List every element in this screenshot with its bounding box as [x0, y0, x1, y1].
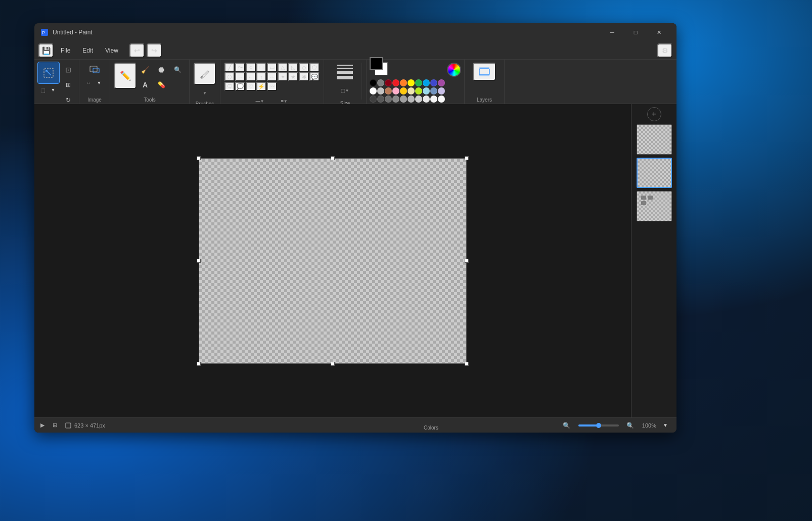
color-darkred[interactable]: [385, 79, 392, 86]
color-darkgray2[interactable]: [377, 96, 384, 103]
shape-oval-btn[interactable]: ○: [246, 63, 256, 72]
flip-v-button[interactable]: ▼: [94, 78, 104, 88]
edit-menu[interactable]: Edit: [77, 45, 98, 56]
resize-handle-mid-right[interactable]: [465, 259, 469, 263]
color-gray[interactable]: [377, 79, 384, 86]
shape-callout2-btn[interactable]: 🗨: [224, 82, 235, 91]
color-cream[interactable]: [408, 87, 415, 94]
shape-round-rect-btn[interactable]: ▭: [267, 63, 277, 72]
color-green[interactable]: [415, 79, 422, 86]
color-lavender[interactable]: [438, 87, 445, 94]
resize-tool-button[interactable]: ⊞: [61, 78, 76, 92]
eraser-tool-button[interactable]: 🧹: [138, 63, 153, 77]
color-lightgray2[interactable]: [408, 96, 415, 103]
magnify-button[interactable]: 🔍: [170, 63, 185, 77]
color-pink[interactable]: [392, 87, 399, 94]
selection-sub2-button[interactable]: ▼: [48, 85, 58, 95]
shape-diamond-btn[interactable]: ◇: [299, 63, 309, 72]
shape-line-btn[interactable]: ╱: [224, 63, 235, 72]
size-dropdown-button[interactable]: ⬚ ▼: [332, 83, 357, 98]
layer-1-thumbnail[interactable]: [637, 124, 672, 155]
shape-rect-btn[interactable]: □: [256, 63, 266, 72]
resize-handle-top-left[interactable]: [197, 156, 201, 160]
brush-tool-button[interactable]: [194, 63, 216, 85]
color-nearwhite[interactable]: [430, 96, 437, 103]
brush-dropdown-button[interactable]: ▼: [194, 86, 216, 100]
view-menu[interactable]: View: [100, 45, 123, 56]
resize-handle-mid-left[interactable]: [197, 259, 201, 263]
shape-right-arrow-btn[interactable]: →: [235, 72, 245, 81]
color-red[interactable]: [392, 79, 399, 86]
shape-heart-btn[interactable]: ♡: [246, 82, 256, 91]
color-black[interactable]: [370, 79, 377, 86]
selection-tool-button[interactable]: [37, 62, 60, 84]
layers-toggle-button[interactable]: [473, 63, 496, 81]
color-yellow[interactable]: [408, 79, 415, 86]
fit-status[interactable]: ⊞: [53, 422, 57, 429]
zoom-out-button[interactable]: 🔍 −: [559, 418, 574, 433]
color-white[interactable]: [370, 87, 377, 94]
color-midgray1[interactable]: [385, 96, 392, 103]
zoom-dropdown-button[interactable]: ▼: [660, 418, 670, 433]
color-offwhite[interactable]: [438, 96, 445, 103]
size-3-option[interactable]: [337, 71, 353, 74]
layer-2-thumbnail[interactable]: [637, 158, 672, 188]
color-pick-button[interactable]: 💊: [154, 78, 169, 92]
shape-pentagon-btn[interactable]: ⬠: [309, 63, 320, 72]
redo-button[interactable]: ↪: [147, 43, 162, 58]
resize-handle-bot-left[interactable]: [197, 362, 201, 366]
canvas[interactable]: [199, 158, 467, 364]
custom-color-picker[interactable]: [447, 63, 461, 77]
resize-handle-bot-right[interactable]: [465, 362, 469, 366]
shape-star4-btn[interactable]: ✦: [278, 72, 288, 81]
color-lightgray[interactable]: [377, 87, 384, 94]
shape-lightning-btn[interactable]: ⚡: [256, 82, 266, 91]
layer-3-thumbnail[interactable]: [637, 191, 672, 221]
color-cyan[interactable]: [423, 79, 430, 86]
add-layer-button[interactable]: +: [647, 107, 661, 121]
color-selector[interactable]: [370, 57, 388, 75]
shape-star6-btn[interactable]: ✱: [299, 72, 309, 81]
color-orange[interactable]: [400, 79, 407, 86]
color-darkgray1[interactable]: [370, 96, 377, 103]
shape-left-arrow-btn[interactable]: ←: [246, 72, 256, 81]
maximize-button[interactable]: □: [624, 23, 647, 41]
undo-button[interactable]: ↩: [129, 43, 145, 58]
text-tool-button[interactable]: A: [138, 78, 153, 92]
color-midgray2[interactable]: [392, 96, 399, 103]
resize-handle-bot-mid[interactable]: [331, 362, 335, 366]
crop-tool-button[interactable]: ⊡: [61, 63, 76, 77]
shape-callout1-btn[interactable]: 💬: [309, 72, 320, 81]
size-4-option[interactable]: [337, 76, 353, 79]
color-skyblue[interactable]: [423, 87, 430, 94]
shape-right-triangle-btn[interactable]: ◺: [288, 63, 298, 72]
flip-h-button[interactable]: ↔: [83, 78, 94, 88]
color-lightgray4[interactable]: [423, 96, 430, 103]
shape-callout3-btn[interactable]: 💭: [235, 82, 245, 91]
shape-4way-arrow-btn[interactable]: ↔: [267, 72, 277, 81]
color-purple[interactable]: [438, 79, 445, 86]
shape-custom-btn[interactable]: 〰: [267, 82, 277, 91]
settings-button[interactable]: ⚙: [657, 43, 672, 58]
resize-handle-top-mid[interactable]: [331, 156, 335, 160]
shape-star5-btn[interactable]: ★: [288, 72, 298, 81]
file-menu[interactable]: File: [56, 45, 75, 56]
resize-handle-top-right[interactable]: [465, 156, 469, 160]
color-gold[interactable]: [400, 87, 407, 94]
color-lime[interactable]: [415, 87, 422, 94]
shape-curve-btn[interactable]: 〜: [235, 63, 245, 72]
color-midgray3[interactable]: [400, 96, 407, 103]
fill-tool-button[interactable]: ⬣: [154, 63, 169, 77]
color-blue[interactable]: [430, 79, 437, 86]
size-1-option[interactable]: [337, 65, 353, 66]
image-resize-button[interactable]: [83, 63, 106, 77]
selection-sub1-button[interactable]: ⬚: [37, 85, 48, 95]
minimize-button[interactable]: ─: [601, 23, 624, 41]
color-brown[interactable]: [385, 87, 392, 94]
canvas-area[interactable]: [34, 104, 631, 417]
zoom-in-button[interactable]: 🔍+: [623, 418, 638, 433]
color-cornflower[interactable]: [430, 87, 437, 94]
color-lightgray3[interactable]: [415, 96, 422, 103]
shape-triangle-btn[interactable]: △: [278, 63, 288, 72]
save-menu-button[interactable]: 💾: [38, 43, 54, 58]
